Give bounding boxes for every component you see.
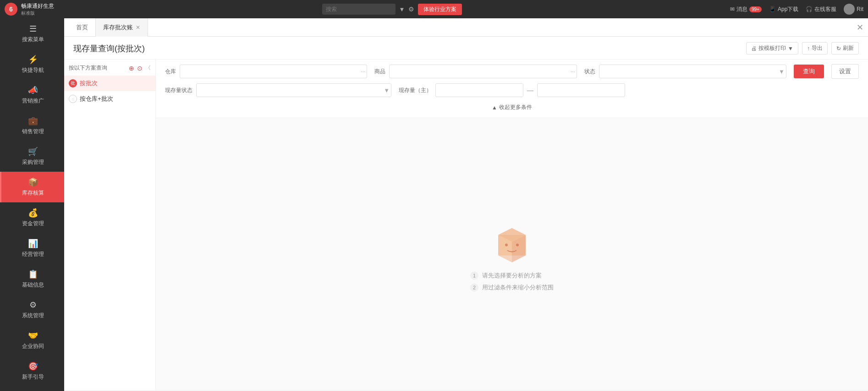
- warehouse-dots-btn[interactable]: ···: [361, 68, 365, 75]
- header-left: 6 畅康通好生意 标准版: [5, 2, 54, 16]
- scheme-icon-by-warehouse-batch: ○: [69, 95, 77, 103]
- status-dropdown-icon[interactable]: ▼: [779, 68, 785, 75]
- filter-area: 仓库 ··· 商品 ···: [156, 60, 868, 118]
- sidebar-item-basics[interactable]: 📋基础信息: [0, 264, 64, 294]
- app-download-label: App下载: [778, 5, 798, 13]
- scheme-label-by-warehouse-batch: 按仓库+批次: [80, 95, 113, 103]
- sidebar-item-search-menu[interactable]: ☰搜索菜单: [0, 18, 64, 49]
- inventory-status-label: 现存量状态: [165, 87, 192, 94]
- tab-panel-close-btn[interactable]: ✕: [857, 22, 863, 33]
- inventory-quantity-from[interactable]: [435, 83, 523, 97]
- search-dropdown-icon[interactable]: ▼: [399, 6, 405, 13]
- sidebar-icon-enterprise-collab: 🤝: [28, 331, 38, 341]
- add-scheme-icon[interactable]: ⊕: [129, 65, 134, 72]
- sidebar-label-new-guide: 新手引导: [22, 373, 44, 381]
- filter-dash: —: [527, 87, 533, 94]
- print-icon: 🖨: [751, 45, 757, 52]
- empty-hints: 1 请先选择要分析的方案 2 用过滤条件来缩小分析范围: [470, 272, 554, 292]
- status-input[interactable]: [599, 65, 786, 78]
- sidebar-item-quick-nav[interactable]: ⚡快捷导航: [0, 49, 64, 80]
- tab-bar: 首页库存批次账✕ ✕: [64, 18, 868, 37]
- sidebar-item-app-center[interactable]: 📱应用中心: [0, 386, 64, 391]
- sidebar-label-quick-nav: 快捷导航: [22, 66, 44, 74]
- tab-home[interactable]: 首页: [69, 18, 96, 37]
- page-content: 现存量查询(按批次) 🖨 按模板打印 ▼ ↑ 导出 ↻ 刷新: [64, 37, 868, 391]
- query-btn[interactable]: 查询: [794, 65, 824, 78]
- tab-inventory-batch[interactable]: 库存批次账✕: [96, 18, 148, 37]
- hint-num-2: 2: [470, 283, 478, 292]
- sidebar-item-inventory[interactable]: 📦库存核算: [0, 172, 64, 202]
- app-download-action[interactable]: 📱 App下载: [769, 5, 798, 13]
- template-print-btn[interactable]: 🖨 按模板打印 ▼: [746, 42, 798, 54]
- filter-row-2: 现存量状态 ▼ 现存量（主） —: [165, 83, 859, 97]
- inventory-status-wrapper: ▼: [196, 83, 391, 97]
- hint-text-2: 用过滤条件来缩小分析范围: [482, 283, 554, 292]
- scheme-settings-icon[interactable]: ⊙: [137, 65, 143, 72]
- inventory-status-input[interactable]: [196, 83, 391, 97]
- empty-hint-1: 1 请先选择要分析的方案: [470, 272, 554, 280]
- right-panel: 仓库 ··· 商品 ···: [156, 60, 868, 390]
- hint-num-1: 1: [470, 272, 478, 280]
- sidebar: ☰搜索菜单⚡快捷导航📣营销推广💼销售管理🛒采购管理📦库存核算💰资金管理📊经营管理…: [0, 18, 64, 391]
- header-center: ▼ ⚙ 体验行业方案: [54, 4, 730, 15]
- scheme-collapse-icon[interactable]: 《: [145, 64, 151, 72]
- online-service-action[interactable]: 🎧 在线客服: [806, 5, 836, 13]
- inventory-status-dropdown-icon[interactable]: ▼: [384, 87, 390, 94]
- warehouse-label: 仓库: [165, 68, 176, 76]
- sidebar-icon-purchase: 🛒: [28, 147, 38, 157]
- empty-illustration: [489, 217, 535, 262]
- warehouse-input[interactable]: [180, 65, 367, 78]
- sidebar-label-search-menu: 搜索菜单: [22, 36, 44, 43]
- sidebar-item-system[interactable]: ⚙系统管理: [0, 294, 64, 325]
- product-input[interactable]: [389, 65, 577, 78]
- sidebar-icon-quick-nav: ⚡: [28, 54, 38, 65]
- scheme-panel-actions: ⊕ ⊙ 《: [129, 64, 151, 72]
- export-icon: ↑: [807, 45, 810, 52]
- sidebar-label-finance: 资金管理: [22, 220, 44, 228]
- sidebar-item-marketing[interactable]: 📣营销推广: [0, 80, 64, 110]
- tab-close-inventory-batch[interactable]: ✕: [136, 24, 140, 31]
- export-btn[interactable]: ↑ 导出: [802, 42, 828, 54]
- sidebar-icon-finance: 💰: [28, 208, 38, 218]
- collapse-more-btn[interactable]: ▲ 收起更多条件: [165, 102, 859, 113]
- phone-icon: 📱: [769, 6, 776, 12]
- scheme-item-by-warehouse-batch[interactable]: ○按仓库+批次: [64, 91, 155, 107]
- header-settings-icon[interactable]: ⚙: [408, 5, 414, 13]
- product-label: 商品: [374, 68, 385, 76]
- messages-action[interactable]: ✉ 消息 99+: [730, 5, 762, 13]
- scheme-item-by-batch[interactable]: 批按批次: [64, 76, 155, 91]
- settings-btn[interactable]: 设置: [831, 64, 859, 79]
- hint-text-1: 请先选择要分析的方案: [482, 272, 542, 280]
- sidebar-icon-search-menu: ☰: [29, 24, 37, 34]
- app-edition: 标准版: [21, 10, 54, 16]
- app-title: 畅康通好生意: [21, 2, 54, 10]
- user-name: Rit: [857, 6, 863, 12]
- sidebar-item-sales[interactable]: 💼销售管理: [0, 110, 64, 141]
- sidebar-item-new-guide[interactable]: 🎯新手引导: [0, 356, 64, 386]
- industry-btn[interactable]: 体验行业方案: [418, 4, 462, 15]
- scheme-panel: 按以下方案查询 ⊕ ⊙ 《 批按批次○按仓库+批次: [64, 60, 156, 390]
- sidebar-label-system: 系统管理: [22, 312, 44, 320]
- sidebar-item-operations[interactable]: 📊经营管理: [0, 233, 64, 264]
- sidebar-label-enterprise-collab: 企业协同: [22, 342, 44, 350]
- sidebar-item-enterprise-collab[interactable]: 🤝企业协同: [0, 325, 64, 356]
- title-actions: 🖨 按模板打印 ▼ ↑ 导出 ↻ 刷新: [746, 42, 859, 54]
- sidebar-label-marketing: 营销推广: [22, 97, 44, 105]
- inventory-quantity-to[interactable]: [537, 83, 625, 97]
- page-title-bar: 现存量查询(按批次) 🖨 按模板打印 ▼ ↑ 导出 ↻ 刷新: [64, 37, 868, 60]
- user-action[interactable]: Rit: [844, 4, 863, 15]
- app-logo: 6: [5, 3, 17, 16]
- sidebar-item-purchase[interactable]: 🛒采购管理: [0, 141, 64, 172]
- user-avatar: [844, 4, 855, 15]
- main-section: 按以下方案查询 ⊕ ⊙ 《 批按批次○按仓库+批次: [64, 60, 868, 390]
- refresh-btn[interactable]: ↻ 刷新: [831, 42, 859, 54]
- sidebar-item-finance[interactable]: 💰资金管理: [0, 202, 64, 233]
- sidebar-label-inventory: 库存核算: [22, 189, 44, 197]
- search-input[interactable]: [322, 4, 396, 15]
- sidebar-icon-new-guide: 🎯: [28, 361, 38, 371]
- scheme-label-by-batch: 按批次: [80, 79, 98, 87]
- sidebar-icon-inventory: 📦: [28, 177, 38, 187]
- status-filter-group: 状态 ▼: [584, 65, 786, 78]
- headset-icon: 🎧: [806, 6, 813, 12]
- product-dots-btn[interactable]: ···: [571, 68, 575, 75]
